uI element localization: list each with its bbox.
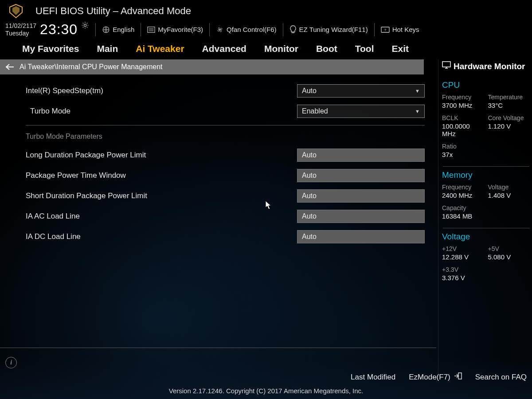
hotkeys-button[interactable]: ? Hot Keys — [381, 26, 419, 33]
hw-v5-label: +5V — [488, 245, 531, 252]
hw-cpu-cv: 1.120 V — [488, 122, 531, 142]
setting-ia-dc-label: IA DC Load Line — [13, 232, 297, 241]
setting-speedstep-select[interactable]: Auto ▼ — [297, 84, 425, 98]
monitor-icon — [442, 61, 451, 71]
tab-bar: My Favorites Main Ai Tweaker Advanced Mo… — [0, 41, 532, 59]
language-selector[interactable]: English — [102, 26, 134, 34]
hw-v33-label: +3.3V — [442, 266, 485, 273]
setting-turbo-select[interactable]: Enabled ▼ — [297, 105, 425, 118]
setting-speedstep-label: Intel(R) SpeedStep(tm) — [13, 86, 297, 95]
ezmode-button[interactable]: EzMode(F7) — [409, 372, 462, 382]
myfavorite-button[interactable]: MyFavorite(F3) — [147, 26, 203, 33]
exit-icon — [454, 372, 462, 382]
day-text: Tuesday — [5, 30, 36, 37]
setting-time-window-value: Auto — [302, 172, 317, 180]
hw-cpu-freq-label: Frequency — [442, 94, 485, 101]
datetime-block: 11/02/2117 Tuesday 23:30 — [5, 21, 89, 38]
keyboard-icon: ? — [381, 27, 390, 33]
bulb-icon — [289, 25, 297, 34]
hw-mem-volt: 1.408 V — [488, 192, 531, 203]
hw-cpu-temp: 33°C — [488, 102, 531, 113]
setting-long-duration-label: Long Duration Package Power Limit — [13, 151, 297, 160]
setting-long-duration-input[interactable]: Auto — [297, 149, 425, 162]
tab-tool[interactable]: Tool — [355, 43, 374, 54]
setting-ia-ac-value: Auto — [302, 212, 317, 220]
globe-icon — [102, 26, 110, 34]
qfan-button[interactable]: Qfan Control(F6) — [216, 26, 277, 34]
back-arrow-icon[interactable] — [5, 63, 14, 70]
clock-settings-icon[interactable] — [81, 21, 89, 29]
language-label: English — [113, 26, 134, 33]
setting-time-window-label: Package Power Time Window — [13, 171, 297, 180]
hw-v33: 3.376 V — [442, 274, 485, 286]
hw-memory-title: Memory — [442, 167, 530, 184]
setting-ia-dc-input[interactable]: Auto — [297, 230, 425, 243]
setting-short-duration-value: Auto — [302, 192, 317, 200]
eztuning-button[interactable]: EZ Tuning Wizard(F11) — [289, 25, 368, 34]
tab-my-favorites[interactable]: My Favorites — [22, 43, 79, 54]
hw-cpu-ratio: 37x — [442, 151, 485, 163]
hw-v12: 12.288 V — [442, 253, 485, 265]
section-turbo-params: Turbo Mode Parameters — [13, 130, 425, 145]
hw-v5: 5.080 V — [488, 253, 531, 265]
breadcrumb-text: Ai Tweaker\Internal CPU Power Management — [20, 63, 163, 71]
page-title: UEFI BIOS Utility – Advanced Mode — [35, 5, 191, 17]
myfavorite-label: MyFavorite(F3) — [158, 26, 203, 33]
setting-short-duration-label: Short Duration Package Power Limit — [13, 192, 297, 200]
tab-monitor[interactable]: Monitor — [264, 43, 298, 54]
chevron-down-icon: ▼ — [415, 109, 420, 114]
hw-cpu-title: CPU — [442, 77, 530, 94]
version-text: Version 2.17.1246. Copyright (C) 2017 Am… — [0, 387, 532, 395]
time-text: 23:30 — [40, 21, 78, 38]
hw-voltage-title: Voltage — [442, 228, 530, 245]
hw-cpu-cv-label: Core Voltage — [488, 114, 531, 121]
hw-cpu-ratio-label: Ratio — [442, 143, 485, 150]
fan-icon — [216, 26, 224, 34]
tab-main[interactable]: Main — [97, 43, 118, 54]
setting-turbo-value: Enabled — [302, 107, 328, 115]
setting-long-duration-value: Auto — [302, 151, 317, 159]
tab-ai-tweaker[interactable]: Ai Tweaker — [136, 43, 184, 54]
svg-rect-9 — [442, 62, 450, 67]
setting-ia-dc-value: Auto — [302, 233, 317, 241]
hw-mem-freq-label: Frequency — [442, 184, 485, 191]
setting-ia-ac-label: IA AC Load Line — [13, 212, 297, 221]
qfan-label: Qfan Control(F6) — [227, 26, 277, 33]
setting-speedstep-value: Auto — [302, 87, 317, 95]
chevron-down-icon: ▼ — [415, 88, 420, 94]
hw-v12-label: +12V — [442, 245, 485, 252]
setting-short-duration-input[interactable]: Auto — [297, 189, 425, 203]
search-faq-button[interactable]: Search on FAQ — [475, 372, 527, 382]
list-icon — [147, 26, 155, 33]
tab-exit[interactable]: Exit — [392, 43, 409, 54]
hw-cpu-freq: 3700 MHz — [442, 102, 485, 113]
setting-turbo-label: Turbo Mode — [13, 107, 297, 116]
hw-mem-volt-label: Voltage — [488, 184, 531, 191]
date-text: 11/02/2117 — [5, 22, 36, 29]
svg-point-0 — [84, 24, 86, 26]
motherboard-logo — [5, 4, 27, 19]
tab-advanced[interactable]: Advanced — [202, 43, 246, 54]
breadcrumb[interactable]: Ai Tweaker\Internal CPU Power Management — [0, 59, 424, 74]
hotkeys-label: Hot Keys — [392, 26, 419, 33]
hw-cpu-bclk: 100.0000 MHz — [442, 122, 485, 142]
hw-mem-cap: 16384 MB — [442, 212, 485, 224]
svg-text:?: ? — [384, 28, 386, 32]
hw-mem-cap-label: Capacity — [442, 204, 485, 211]
hw-mem-freq: 2400 MHz — [442, 192, 485, 203]
setting-time-window-input[interactable]: Auto — [297, 169, 425, 182]
eztuning-label: EZ Tuning Wizard(F11) — [299, 26, 368, 33]
hw-cpu-temp-label: Temperature — [488, 94, 531, 101]
setting-ia-ac-input[interactable]: Auto — [297, 210, 425, 223]
hw-cpu-bclk-label: BCLK — [442, 114, 485, 121]
tab-boot[interactable]: Boot — [316, 43, 337, 54]
hw-monitor-title: Hardware Monitor — [442, 59, 530, 77]
last-modified-button[interactable]: Last Modified — [351, 372, 395, 382]
